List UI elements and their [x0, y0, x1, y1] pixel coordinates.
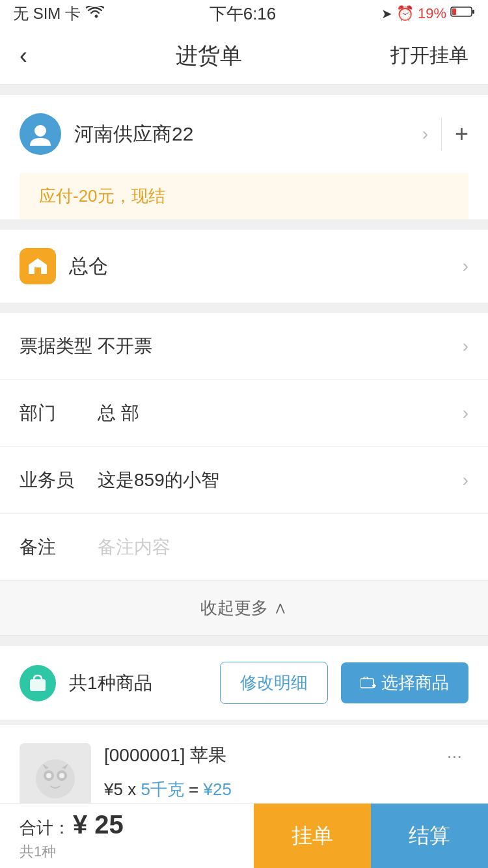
hang-order-button[interactable]: 挂单: [254, 804, 371, 869]
open-pending-button[interactable]: 打开挂单: [390, 42, 468, 69]
product-qty: 5千克: [141, 780, 183, 799]
section-gap-2: [0, 219, 488, 230]
department-value: 总 部: [98, 401, 463, 426]
svg-point-9: [36, 759, 75, 798]
ticket-type-label: 票据类型: [20, 334, 98, 359]
alarm-icon: ⏰: [396, 5, 414, 22]
select-product-label: 选择商品: [381, 671, 449, 694]
svg-point-13: [59, 773, 64, 778]
svg-point-3: [34, 125, 46, 137]
product-times-icon: x: [128, 780, 141, 799]
supplier-section: 河南供应商22 › + 应付-20元，现结: [0, 95, 488, 219]
product-more-button[interactable]: ···: [441, 743, 468, 769]
svg-rect-4: [34, 267, 41, 274]
section-gap-1: [0, 85, 488, 95]
salesperson-chevron-icon: ›: [463, 470, 468, 491]
total-sub: 共1种: [20, 842, 234, 861]
supplier-avatar: [20, 113, 61, 155]
ticket-type-chevron-icon: ›: [463, 336, 468, 357]
location-icon: ➤: [381, 6, 392, 21]
department-row[interactable]: 部门 总 部 ›: [0, 380, 488, 447]
product-toolbar: 共1种商品 修改明细 选择商品: [0, 646, 488, 720]
product-name: [0000001] 苹果: [104, 743, 441, 768]
product-section-icon: [20, 665, 56, 701]
warehouse-icon: [20, 248, 56, 284]
svg-rect-6: [360, 679, 373, 688]
department-chevron-icon: ›: [463, 403, 468, 424]
form-section: 票据类型 不开票 › 部门 总 部 › 业务员 这是859的小智 › 备注 备注…: [0, 313, 488, 580]
nav-bar: ‹ 进货单 打开挂单: [0, 27, 488, 85]
svg-rect-1: [472, 10, 474, 14]
product-total: ¥25: [204, 780, 232, 799]
supplier-row[interactable]: 河南供应商22 › +: [20, 95, 468, 173]
warehouse-chevron-icon: ›: [463, 256, 468, 277]
select-product-button[interactable]: 选择商品: [341, 662, 468, 703]
warehouse-row[interactable]: 总仓 ›: [20, 230, 468, 303]
status-left: 无 SIM 卡: [13, 3, 104, 24]
svg-rect-5: [30, 679, 46, 691]
product-price-row: ¥5 x 5千克 = ¥25: [104, 778, 441, 801]
product-equals-icon: =: [189, 780, 203, 799]
salesperson-value: 这是859的小智: [98, 468, 463, 493]
edit-detail-button[interactable]: 修改明细: [220, 662, 328, 704]
add-supplier-button[interactable]: +: [455, 120, 468, 148]
back-button[interactable]: ‹: [20, 42, 27, 70]
notice-bar: 应付-20元，现结: [20, 173, 468, 219]
svg-rect-2: [452, 8, 456, 15]
collapse-bar[interactable]: 收起更多 ∧: [0, 580, 488, 636]
product-title: 苹果: [190, 745, 226, 765]
settle-button[interactable]: 结算: [371, 804, 488, 869]
remark-label: 备注: [20, 535, 98, 560]
collapse-label: 收起更多 ∧: [200, 598, 287, 617]
warehouse-name: 总仓: [69, 253, 463, 280]
remark-row[interactable]: 备注 备注内容: [0, 514, 488, 580]
salesperson-row[interactable]: 业务员 这是859的小智 ›: [0, 447, 488, 514]
product-count-label: 共1种商品: [69, 671, 207, 696]
footer-total: 合计： ¥ 25 共1种: [0, 810, 254, 861]
svg-point-12: [46, 773, 51, 778]
section-gap-3: [0, 303, 488, 313]
divider: [441, 118, 442, 150]
product-code: [0000001]: [104, 745, 185, 765]
page-title: 进货单: [176, 41, 242, 71]
status-right: ➤ ⏰ 19%: [381, 5, 475, 22]
ticket-type-row[interactable]: 票据类型 不开票 ›: [0, 313, 488, 380]
carrier-text: 无 SIM 卡: [13, 3, 81, 24]
ticket-type-value: 不开票: [98, 334, 463, 359]
remark-input[interactable]: 备注内容: [98, 535, 468, 560]
total-label: 合计：: [20, 817, 70, 839]
supplier-chevron-icon: ›: [422, 124, 428, 144]
status-bar: 无 SIM 卡 下午6:16 ➤ ⏰ 19%: [0, 0, 488, 27]
battery-text: 19%: [418, 5, 446, 22]
wifi-icon: [86, 5, 104, 23]
footer: 合计： ¥ 25 共1种 挂单 结算: [0, 803, 488, 868]
department-label: 部门: [20, 401, 98, 426]
section-gap-4: [0, 636, 488, 646]
status-time: 下午6:16: [210, 3, 277, 25]
total-amount: ¥ 25: [73, 810, 124, 839]
warehouse-section[interactable]: 总仓 ›: [0, 230, 488, 303]
supplier-name: 河南供应商22: [74, 121, 422, 148]
salesperson-label: 业务员: [20, 468, 98, 493]
product-unit-price: ¥5: [104, 780, 123, 799]
product-info: [0000001] 苹果 ¥5 x 5千克 = ¥25: [104, 743, 441, 801]
battery-icon: [450, 5, 475, 22]
